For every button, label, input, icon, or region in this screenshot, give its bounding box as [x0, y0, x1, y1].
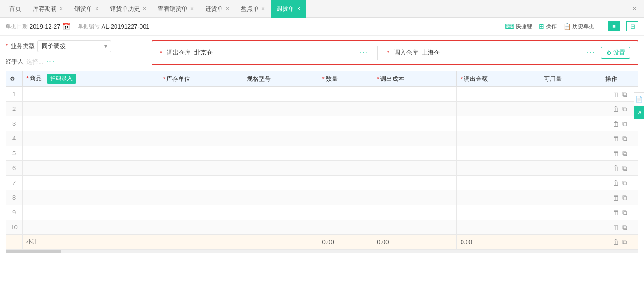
row-number: 4	[6, 131, 23, 146]
horizontal-scrollbar[interactable]	[6, 250, 638, 253]
grid-view-button[interactable]: ⊟	[626, 21, 638, 31]
settings-button[interactable]: ⚙ 设置	[601, 47, 630, 59]
copy-row-icon[interactable]: ⧉	[622, 90, 627, 98]
tab-home[interactable]: 首页	[4, 0, 27, 18]
row-number: 1	[6, 87, 23, 102]
cell-action: 🗑⧉	[601, 176, 638, 190]
action-cell: 🗑⧉	[605, 223, 634, 232]
tab-sales-history[interactable]: 销货单历史 ×	[104, 0, 152, 18]
table-row: 小计0.000.000.00🗑⧉	[6, 235, 638, 250]
cell-goods[interactable]	[23, 161, 159, 176]
cell-goods[interactable]	[23, 131, 159, 146]
tab-close-purchase[interactable]: ×	[226, 6, 229, 12]
history-button[interactable]: 📋 历史单据	[563, 23, 595, 31]
history-icon: 📋	[563, 23, 571, 30]
tab-stocktake[interactable]: 盘点单 ×	[235, 0, 271, 18]
transfer-out-ellipsis-icon[interactable]: ···	[359, 49, 368, 57]
table-header-row: ⚙ *商品 扫码录入 *库存单位 规格型号 *数量 *调出成本	[6, 71, 638, 87]
cell-cost	[373, 102, 456, 116]
action-cell: 🗑⧉	[605, 90, 634, 98]
gear-icon[interactable]: ⚙	[10, 75, 15, 82]
th-available: 可用量	[540, 71, 601, 87]
copy-row-icon[interactable]: ⧉	[622, 105, 627, 113]
tab-close-sales-order[interactable]: ×	[95, 6, 98, 12]
tab-close-sales-history[interactable]: ×	[143, 6, 146, 12]
cell-available	[540, 87, 601, 102]
cell-goods[interactable]	[23, 205, 159, 220]
action-cell: 🗑⧉	[605, 134, 634, 143]
business-type-dropdown[interactable]: 同价调拨 ▾	[37, 40, 111, 52]
action-cell: 🗑⧉	[605, 164, 634, 172]
manager-ellipsis-icon[interactable]: ···	[46, 58, 55, 66]
scroll-thumb[interactable]	[6, 250, 61, 253]
cell-goods[interactable]	[23, 146, 159, 161]
scan-entry-button[interactable]: 扫码录入	[47, 74, 76, 84]
manager-row: 经手人 选择... ···	[6, 58, 144, 66]
operations-label: 操作	[546, 23, 557, 31]
delete-row-icon[interactable]: 🗑	[613, 223, 620, 231]
cell-amount	[456, 146, 540, 161]
cell-goods[interactable]	[23, 116, 159, 131]
delete-row-icon[interactable]: 🗑	[613, 238, 620, 246]
copy-row-icon[interactable]: ⧉	[622, 149, 627, 158]
copy-row-icon[interactable]: ⧉	[622, 238, 627, 246]
calendar-icon[interactable]: 📅	[62, 23, 70, 30]
delete-row-icon[interactable]: 🗑	[613, 105, 620, 113]
cell-spec	[243, 205, 318, 220]
copy-row-icon[interactable]: ⧉	[622, 164, 627, 172]
table-row: 6🗑⧉	[6, 161, 638, 176]
manager-input[interactable]: 选择...	[26, 58, 43, 66]
tab-transfer[interactable]: 调拨单 ×	[271, 0, 306, 18]
delete-row-icon[interactable]: 🗑	[613, 90, 620, 98]
row-number	[6, 235, 23, 250]
cell-goods[interactable]	[23, 176, 159, 190]
delete-row-icon[interactable]: 🗑	[613, 149, 620, 157]
operations-button[interactable]: ⊞ 操作	[539, 23, 557, 31]
tab-sales-order[interactable]: 销货单 ×	[69, 0, 104, 18]
copy-row-icon[interactable]: ⧉	[622, 134, 627, 143]
doc-panel-icon[interactable]: 📄	[634, 92, 644, 105]
doc-number-value: AL-20191227-001	[102, 23, 150, 30]
tab-inventory-init[interactable]: 库存期初 ×	[27, 0, 69, 18]
transfer-in-ellipsis-icon[interactable]: ···	[587, 49, 595, 57]
cell-amount	[456, 220, 540, 235]
cell-spec	[243, 220, 318, 235]
delete-row-icon[interactable]: 🗑	[613, 120, 620, 128]
copy-row-icon[interactable]: ⧉	[622, 194, 627, 202]
cell-available	[540, 146, 601, 161]
cell-goods[interactable]	[23, 190, 159, 205]
th-cost: *调出成本	[373, 71, 456, 87]
row-number: 3	[6, 116, 23, 131]
cell-available	[540, 102, 601, 116]
shortcuts-button[interactable]: ⌨ 快捷键	[505, 23, 532, 31]
export-icon[interactable]: ↗	[634, 106, 644, 119]
cell-goods[interactable]	[23, 87, 159, 102]
tab-close-transfer[interactable]: ×	[297, 6, 300, 12]
copy-row-icon[interactable]: ⧉	[622, 120, 627, 128]
list-view-button[interactable]: ≡	[608, 21, 620, 31]
cell-action: 🗑⧉	[601, 205, 638, 220]
row-number: 10	[6, 220, 23, 235]
close-all-tabs[interactable]: ×	[629, 5, 640, 13]
tab-close-view-sales[interactable]: ×	[190, 6, 194, 12]
tab-purchase[interactable]: 进货单 ×	[200, 0, 235, 18]
table-row: 1🗑⧉	[6, 87, 638, 102]
tab-view-sales[interactable]: 查看销货单 ×	[152, 0, 200, 18]
cell-goods[interactable]	[23, 102, 159, 116]
cell-amount	[456, 176, 540, 190]
tab-close-inventory-init[interactable]: ×	[60, 6, 63, 12]
copy-row-icon[interactable]: ⧉	[622, 179, 627, 187]
toolbar-divider	[601, 23, 601, 30]
delete-row-icon[interactable]: 🗑	[613, 179, 620, 187]
tab-close-stocktake[interactable]: ×	[261, 6, 265, 12]
cell-goods[interactable]	[23, 220, 159, 235]
copy-row-icon[interactable]: ⧉	[622, 208, 627, 217]
delete-row-icon[interactable]: 🗑	[613, 208, 620, 216]
cell-quantity	[318, 176, 373, 190]
copy-row-icon[interactable]: ⧉	[622, 223, 627, 232]
delete-row-icon[interactable]: 🗑	[613, 194, 620, 201]
cell-action: 🗑⧉	[601, 146, 638, 161]
delete-row-icon[interactable]: 🗑	[613, 164, 620, 172]
cell-available	[540, 235, 601, 250]
delete-row-icon[interactable]: 🗑	[613, 134, 620, 142]
